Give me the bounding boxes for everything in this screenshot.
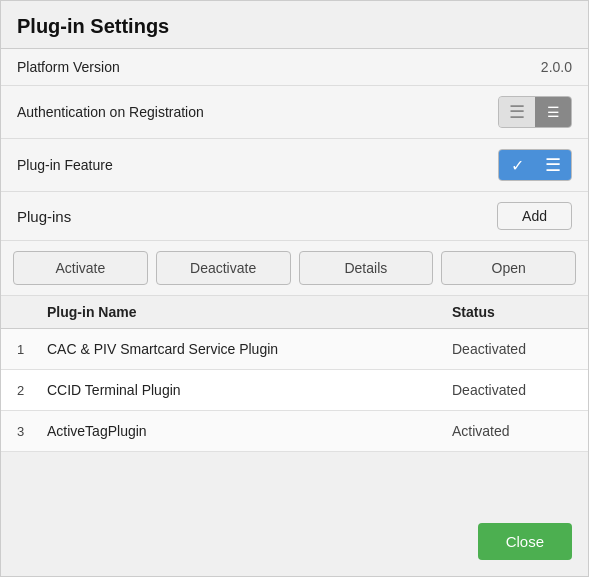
checkmark-icon: ✓ [511,156,524,175]
row-num: 1 [17,342,47,357]
add-plugin-button[interactable]: Add [497,202,572,230]
row-plugin-name: ActiveTagPlugin [47,423,452,439]
plugins-label: Plug-ins [17,208,71,225]
toggle-right-lines: ☰ [547,104,560,120]
table-row[interactable]: 3 ActiveTagPlugin Activated [1,411,588,452]
col-name-header: Plug-in Name [47,304,452,320]
open-button[interactable]: Open [441,251,576,285]
row-plugin-status: Activated [452,423,572,439]
plugin-table-body: 1 CAC & PIV Smartcard Service Plugin Dea… [1,329,588,452]
activate-button[interactable]: Activate [13,251,148,285]
dialog-footer: Close [1,507,588,576]
platform-version-value: 2.0.0 [541,59,572,75]
plugin-feature-toggle-lines[interactable]: ☰ [535,149,571,181]
col-status-header: Status [452,304,572,320]
row-num: 3 [17,424,47,439]
table-row[interactable]: 1 CAC & PIV Smartcard Service Plugin Dea… [1,329,588,370]
lines-icon: ☰ [509,101,525,123]
plugin-feature-toggle[interactable]: ✓ ☰ [498,149,572,181]
plugins-header-row: Plug-ins Add [1,192,588,241]
auth-toggle-right[interactable]: ☰ [535,96,571,128]
details-button[interactable]: Details [299,251,434,285]
table-header: Plug-in Name Status [1,296,588,329]
lines-icon-active: ☰ [545,154,561,176]
row-plugin-status: Deactivated [452,341,572,357]
plugin-settings-dialog: Plug-in Settings Platform Version 2.0.0 … [0,0,589,577]
platform-version-row: Platform Version 2.0.0 [1,49,588,86]
row-plugin-name: CAC & PIV Smartcard Service Plugin [47,341,452,357]
row-plugin-name: CCID Terminal Plugin [47,382,452,398]
plugin-feature-label: Plug-in Feature [17,157,113,173]
plugin-feature-toggle-check[interactable]: ✓ [499,149,535,181]
auth-registration-row: Authentication on Registration ☰ ☰ [1,86,588,139]
title-bar: Plug-in Settings [1,1,588,49]
action-buttons-row: Activate Deactivate Details Open [1,241,588,296]
deactivate-button[interactable]: Deactivate [156,251,291,285]
row-num: 2 [17,383,47,398]
plugin-feature-row: Plug-in Feature ✓ ☰ [1,139,588,192]
auth-toggle-left[interactable]: ☰ [499,96,535,128]
dialog-title: Plug-in Settings [17,15,572,38]
platform-version-label: Platform Version [17,59,120,75]
row-plugin-status: Deactivated [452,382,572,398]
close-button[interactable]: Close [478,523,572,560]
auth-toggle[interactable]: ☰ ☰ [498,96,572,128]
table-row[interactable]: 2 CCID Terminal Plugin Deactivated [1,370,588,411]
auth-label: Authentication on Registration [17,104,204,120]
